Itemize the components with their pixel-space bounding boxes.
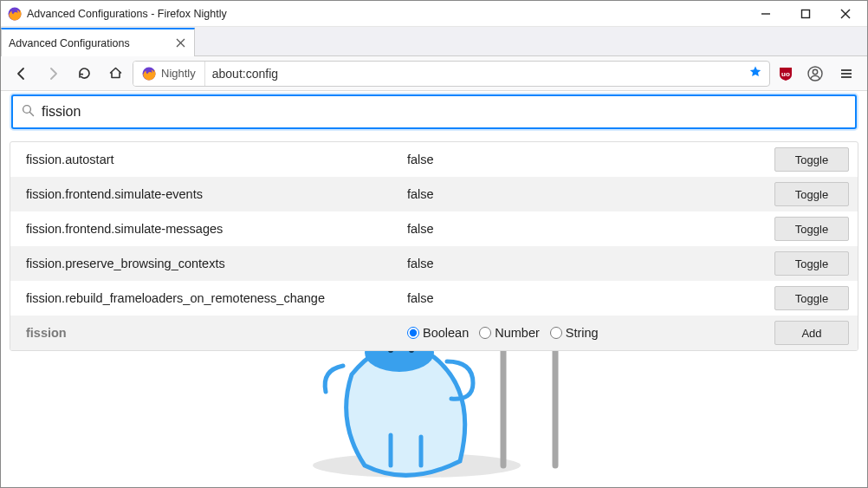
pref-name: fission.frontend.simulate-messages bbox=[26, 222, 407, 236]
config-search-box[interactable] bbox=[11, 94, 857, 129]
window-title: Advanced Configurations - Firefox Nightl… bbox=[27, 8, 227, 20]
toggle-button[interactable]: Toggle bbox=[774, 251, 849, 276]
identity-label: Nightly bbox=[161, 67, 196, 80]
account-icon[interactable] bbox=[801, 60, 829, 88]
pref-row: fission.frontend.simulate-messagesfalseT… bbox=[10, 211, 858, 246]
type-radio[interactable] bbox=[407, 327, 419, 339]
pref-name: fission.frontend.simulate-events bbox=[26, 187, 407, 201]
pref-value: false bbox=[407, 187, 774, 201]
window-minimize-button[interactable] bbox=[746, 1, 786, 27]
type-option-number[interactable]: Number bbox=[479, 326, 540, 340]
pref-value: false bbox=[407, 222, 774, 236]
toggle-button[interactable]: Toggle bbox=[774, 147, 849, 172]
pref-value: false bbox=[407, 153, 774, 166]
search-icon bbox=[22, 104, 35, 120]
pref-name: fission.autostart bbox=[26, 153, 407, 166]
pref-row: fission.autostartfalseToggle bbox=[10, 142, 858, 177]
pref-row: fission.rebuild_frameloaders_on_remotene… bbox=[10, 281, 858, 316]
config-search-input[interactable] bbox=[42, 104, 846, 120]
firefox-nightly-icon bbox=[8, 7, 22, 21]
type-option-boolean[interactable]: Boolean bbox=[407, 326, 469, 340]
pref-row: fission.frontend.simulate-eventsfalseTog… bbox=[10, 177, 858, 211]
tab-close-button[interactable] bbox=[173, 36, 187, 50]
toggle-button[interactable]: Toggle bbox=[774, 217, 849, 241]
identity-box[interactable]: Nightly bbox=[133, 62, 205, 86]
new-pref-type-selector: BooleanNumberString bbox=[407, 326, 774, 340]
reload-button[interactable] bbox=[70, 60, 98, 88]
url-bar[interactable]: Nightly about:config bbox=[133, 61, 770, 87]
browser-tab[interactable]: Advanced Configurations bbox=[1, 28, 195, 56]
app-menu-button[interactable] bbox=[832, 60, 860, 88]
type-option-string[interactable]: String bbox=[550, 326, 599, 340]
svg-point-14 bbox=[313, 453, 521, 478]
new-pref-row: fissionBooleanNumberStringAdd bbox=[10, 316, 858, 350]
back-button[interactable] bbox=[8, 60, 36, 88]
preferences-table: fission.autostartfalseTogglefission.fron… bbox=[10, 141, 858, 351]
window-close-button[interactable] bbox=[826, 1, 865, 27]
window-maximize-button[interactable] bbox=[786, 1, 826, 27]
svg-line-22 bbox=[30, 113, 34, 116]
type-radio[interactable] bbox=[479, 327, 491, 339]
forward-button[interactable] bbox=[39, 60, 67, 88]
firefox-nightly-icon bbox=[142, 67, 156, 81]
toggle-button[interactable]: Toggle bbox=[774, 182, 849, 206]
new-pref-name: fission bbox=[26, 326, 407, 340]
pref-value: false bbox=[407, 257, 774, 270]
home-button[interactable] bbox=[101, 60, 129, 88]
toggle-button[interactable]: Toggle bbox=[774, 286, 849, 310]
tab-label: Advanced Configurations bbox=[9, 37, 130, 49]
svg-text:uo: uo bbox=[781, 70, 790, 78]
type-label: Number bbox=[495, 326, 540, 340]
tab-strip: Advanced Configurations bbox=[1, 27, 867, 56]
add-button[interactable]: Add bbox=[774, 321, 849, 345]
pref-name: fission.rebuild_frameloaders_on_remotene… bbox=[26, 291, 407, 305]
ublock-origin-icon[interactable]: uo bbox=[774, 62, 798, 86]
pref-row: fission.preserve_browsing_contextsfalseT… bbox=[10, 246, 858, 281]
url-text: about:config bbox=[205, 67, 285, 81]
svg-rect-2 bbox=[802, 10, 810, 17]
nav-toolbar: Nightly about:config uo bbox=[1, 56, 867, 91]
window-titlebar: Advanced Configurations - Firefox Nightl… bbox=[1, 1, 867, 27]
svg-point-10 bbox=[813, 69, 817, 74]
type-label: Boolean bbox=[423, 326, 469, 340]
about-config-page: fission.autostartfalseTogglefission.fron… bbox=[1, 91, 867, 487]
bookmark-star-icon[interactable] bbox=[742, 65, 769, 81]
type-label: String bbox=[566, 326, 599, 340]
pref-value: false bbox=[407, 291, 774, 305]
type-radio[interactable] bbox=[550, 327, 562, 339]
pref-name: fission.preserve_browsing_contexts bbox=[26, 257, 407, 270]
